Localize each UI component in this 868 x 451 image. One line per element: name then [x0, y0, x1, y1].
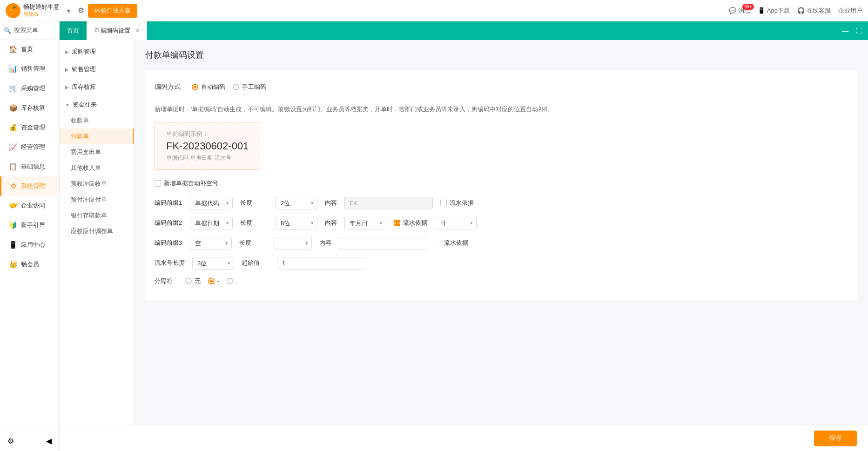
- prefix3-length-select[interactable]: [275, 237, 312, 249]
- prefix2-content-select[interactable]: 年月日: [344, 217, 386, 229]
- prefix1-stream-checkbox: 流水依据: [440, 199, 474, 207]
- prefix1-length-wrapper: 2位: [276, 197, 317, 209]
- sidebar-item-corp[interactable]: 🤝 企业协同: [0, 196, 59, 215]
- arrow-icon: ▶: [65, 49, 69, 54]
- prefix3-stream-box[interactable]: [435, 240, 441, 246]
- sub-nav-item-bank-deposit[interactable]: 银行存取款单: [60, 208, 134, 223]
- sub-nav-item-advance-payable[interactable]: 预付冲应付单: [60, 192, 134, 208]
- info-text: 新增单据时，'单据编码'自动生成，不可编辑。前缀设置为部门、业务员等档案类，开单…: [155, 105, 848, 114]
- start-value-label: 起始值: [242, 259, 269, 267]
- logo-icon: 🍊: [6, 3, 20, 18]
- sidebar-item-member[interactable]: 👑 畅会员: [0, 255, 59, 274]
- prefix2-length-select[interactable]: 8位: [276, 217, 317, 229]
- auto-fill-checkbox[interactable]: [155, 180, 161, 187]
- separator-label: 分隔符: [155, 277, 178, 285]
- finance-icon: 💰: [9, 123, 17, 132]
- sidebar-item-home[interactable]: 🏠 首页: [0, 40, 59, 59]
- encoding-method-label: 编码方式: [155, 83, 181, 91]
- sub-nav-group-inventory-title[interactable]: ▶ 库存核算: [60, 79, 134, 95]
- tab-maximize-button[interactable]: ⛶: [854, 25, 864, 36]
- manual-encode-radio[interactable]: 手工编码: [233, 83, 266, 91]
- sidebar-collapse-icon[interactable]: ◀: [46, 437, 52, 445]
- sidebar-item-system[interactable]: ⚙ 系统管理: [0, 176, 59, 196]
- sub-nav-item-ap-adjust[interactable]: 应收应付调整单: [60, 223, 134, 239]
- sep-dot-dot: [227, 278, 233, 284]
- sub-nav-item-receipt[interactable]: 收款单: [60, 113, 134, 128]
- prefix2-length-label: 长度: [240, 219, 268, 227]
- main-layout: 🔍 搜索菜单 🏠 首页 📊 销售管理 🛒 采购管理 📦 库存核算 💰: [0, 21, 868, 451]
- sub-nav-item-other-income[interactable]: 其他收入单: [60, 160, 134, 176]
- nav-items: 🏠 首页 📊 销售管理 🛒 采购管理 📦 库存核算 💰 资金管理 📈 经: [0, 40, 59, 431]
- tab-minimize-button[interactable]: —: [840, 25, 850, 36]
- prefix2-content-label: 内容: [325, 219, 337, 227]
- sidebar-item-guide[interactable]: 🔰 新手引导: [0, 215, 59, 235]
- sub-nav-item-advance-receivable[interactable]: 预收冲应收单: [60, 176, 134, 192]
- prefix1-content-label: 内容: [325, 199, 337, 207]
- sidebar-settings-icon[interactable]: ⚙: [7, 437, 14, 445]
- sub-nav-group-purchase-title[interactable]: ▶ 采购管理: [60, 44, 134, 60]
- trial-button[interactable]: 体验行业方案: [88, 4, 137, 18]
- message-badge: 99+: [742, 4, 754, 10]
- serial-length-select[interactable]: 3位: [192, 257, 234, 269]
- home-icon: 🏠: [9, 45, 17, 54]
- page-title: 付款单编码设置: [145, 49, 857, 61]
- prefix1-stream-label: 流水依据: [450, 199, 474, 207]
- basic-icon: 📋: [9, 162, 17, 171]
- tab-home[interactable]: 首页: [60, 21, 87, 40]
- prefix3-length-label: 长度: [239, 239, 267, 247]
- prefix2-select[interactable]: 单据日期: [190, 217, 233, 229]
- sidebar-item-appcenter[interactable]: 📱 应用中心: [0, 235, 59, 255]
- sidebar-item-inventory[interactable]: 📦 库存核算: [0, 98, 59, 118]
- online-service-area[interactable]: 🎧 在线客服: [797, 7, 831, 15]
- logo-text: 畅捷通好生意 旗舰版: [23, 3, 60, 18]
- sep-dot-radio[interactable]: .: [227, 277, 238, 284]
- preview-box: 当前编码示例： FK-20230602-001 单据代码-单据日期-流水号: [155, 122, 260, 170]
- prefix2-stream-unit-wrapper: 日: [435, 217, 477, 229]
- prefix1-select[interactable]: 单据代码: [190, 197, 233, 209]
- sidebar-item-purchase[interactable]: 🛒 采购管理: [0, 79, 59, 98]
- prefix3-label: 编码前缀3: [155, 239, 182, 247]
- start-value-input[interactable]: [277, 257, 365, 269]
- sub-nav-item-payment[interactable]: 付款单: [60, 128, 134, 144]
- sub-nav-group-inventory: ▶ 库存核算: [60, 79, 134, 95]
- prefix3-content-input[interactable]: [339, 237, 427, 249]
- app-download-area[interactable]: 📱 App下载: [758, 7, 790, 15]
- sep-dash-radio[interactable]: -: [208, 277, 219, 284]
- sub-nav-item-expense[interactable]: 费用支出单: [60, 144, 134, 160]
- guide-icon: 🔰: [9, 221, 17, 229]
- sub-nav-group-capital-title[interactable]: ▼ 资金往来: [60, 97, 134, 113]
- nav-tabs-bar: 首页 单据编码设置 ✕ — ⛶: [60, 21, 868, 40]
- auto-encode-dot: [192, 84, 198, 90]
- save-button[interactable]: 保存: [814, 431, 857, 446]
- tab-serial-settings[interactable]: 单据编码设置 ✕: [87, 21, 147, 40]
- prefix1-stream-box[interactable]: [440, 200, 447, 206]
- user-area[interactable]: 企业用户: [838, 7, 862, 15]
- settings-button[interactable]: ⚙: [78, 6, 84, 15]
- prefix2-content-wrapper: 年月日: [344, 217, 386, 229]
- sidebar-item-operation[interactable]: 📈 经营管理: [0, 137, 59, 157]
- sep-none-radio[interactable]: 无: [185, 277, 201, 285]
- encoding-radio-group: 自动编码 手工编码: [192, 83, 266, 91]
- nav-tabs-right: — ⛶: [836, 25, 868, 36]
- sidebar-item-finance[interactable]: 💰 资金管理: [0, 118, 59, 137]
- dropdown-button[interactable]: ▾: [63, 5, 74, 16]
- message-area[interactable]: 💬 消息 99+: [729, 7, 750, 15]
- prefix1-length-select[interactable]: 2位: [276, 197, 317, 209]
- prefix2-stream-box[interactable]: ✓: [394, 220, 400, 226]
- sidebar-item-sales[interactable]: 📊 销售管理: [0, 59, 59, 79]
- prefix1-content-input[interactable]: [344, 197, 433, 209]
- tab-close-icon[interactable]: ✕: [135, 27, 140, 34]
- prefix3-select[interactable]: 空: [190, 237, 232, 249]
- sub-nav-group-sales-title[interactable]: ▶ 销售管理: [60, 61, 134, 77]
- prefix2-stream-unit-select[interactable]: 日: [435, 217, 477, 229]
- top-bar-right: 💬 消息 99+ 📱 App下载 🎧 在线客服 企业用户: [729, 7, 862, 15]
- search-icon: 🔍: [4, 27, 11, 34]
- prefix3-select-wrapper: 空: [190, 237, 232, 249]
- search-menu[interactable]: 🔍 搜索菜单: [0, 21, 59, 40]
- sep-none-dot: [185, 278, 192, 284]
- purchase-icon: 🛒: [9, 84, 17, 93]
- sidebar-item-basic[interactable]: 📋 基础信息: [0, 157, 59, 176]
- sales-icon: 📊: [9, 65, 17, 73]
- logo-area: 🍊 畅捷通好生意 旗舰版: [6, 3, 60, 18]
- auto-encode-radio[interactable]: 自动编码: [192, 83, 225, 91]
